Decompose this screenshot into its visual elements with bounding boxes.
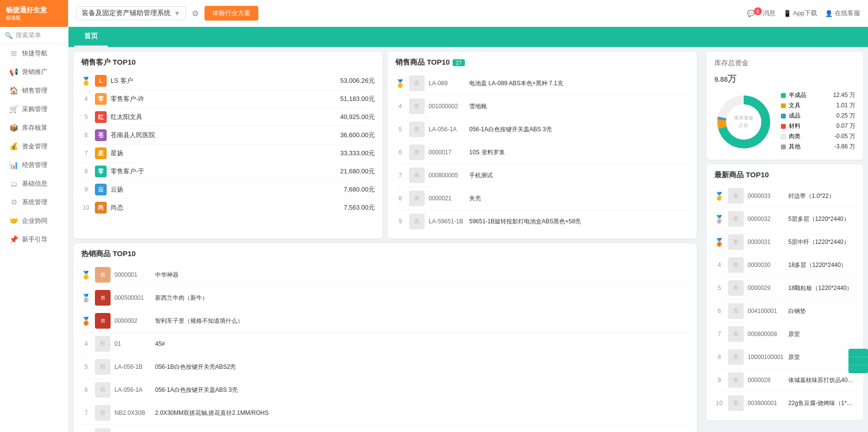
hot-img-1: 图 bbox=[95, 267, 111, 283]
finance-icon: 💰 bbox=[9, 142, 18, 151]
search-menu-label: 搜索菜单 bbox=[16, 31, 41, 40]
inventory-icon: 📦 bbox=[9, 123, 18, 132]
trial-button[interactable]: 体验行业方案 bbox=[205, 6, 258, 21]
new-img-5: 图 bbox=[728, 280, 744, 296]
float-btn-live[interactable]: 直播 bbox=[848, 365, 868, 373]
new-medal-2: 🥈 bbox=[714, 215, 724, 224]
customer-badge-10: 尚 bbox=[95, 202, 107, 214]
hot-img-8: 图 bbox=[95, 428, 111, 432]
enterprise-icon: 🤝 bbox=[9, 216, 18, 225]
new-img-6: 图 bbox=[728, 303, 744, 319]
scroll-product-row-6: 6 图 0000017 10S 变料罗浆 bbox=[395, 141, 689, 164]
new-img-9: 图 bbox=[728, 372, 744, 388]
sidebar-label-zijin: 资金管理 bbox=[22, 142, 47, 151]
hot-code-4: 01 bbox=[114, 340, 151, 347]
float-btn-service[interactable]: 客服热线 bbox=[848, 349, 868, 357]
legend-item-chengp: 成品 0.25 万 bbox=[781, 112, 855, 120]
sidebar-item-kuaijie[interactable]: ⊞ 快捷导航 bbox=[0, 44, 68, 63]
marketing-icon: 📢 bbox=[9, 68, 18, 76]
sidebar-label-qiye: 企业协同 bbox=[22, 216, 47, 225]
customer-row-1: 🥇 L LS 客户 53,006.26元 bbox=[81, 72, 375, 90]
scroll-rank-6: 6 bbox=[395, 149, 405, 156]
sidebar-label-jingying: 经营管理 bbox=[22, 161, 47, 169]
sidebar-item-yingxiao[interactable]: 📢 营销推广 bbox=[0, 63, 68, 81]
scroll-product-img-1: 图 bbox=[409, 75, 425, 91]
float-btn-community[interactable]: 服务社区 bbox=[848, 357, 868, 365]
hot-img-4: 图 bbox=[95, 336, 111, 352]
scroll-product-name-7: 手机测试 bbox=[469, 171, 689, 180]
online-service-label: 在线客服 bbox=[835, 9, 860, 18]
hot-code-2: 000500001 bbox=[114, 294, 151, 301]
sidebar-item-xitong[interactable]: ⚙ 系统管理 bbox=[0, 193, 68, 212]
legend-item-cailiao: 材料 0.07 万 bbox=[781, 122, 855, 130]
legend-dot-chengp bbox=[781, 114, 786, 119]
new-img-8: 图 bbox=[728, 349, 744, 365]
customer-amount-9: 7,680.00元 bbox=[343, 185, 375, 194]
sidebar-item-zijin[interactable]: 💰 资金管理 bbox=[0, 137, 68, 156]
sidebar-item-jingying[interactable]: 📊 经营管理 bbox=[0, 156, 68, 174]
logo-sub-text: 标准版 bbox=[6, 15, 21, 22]
hot-code-3: 0000002 bbox=[114, 317, 151, 324]
inventory-legend: 半成品 12.45 万 文具 1.01 万 成品 0.25 万 bbox=[781, 91, 855, 153]
top-sales-panel-title: 销售商品 TOP10 bbox=[395, 58, 450, 67]
legend-value-wenju: 1.01 万 bbox=[828, 101, 855, 110]
customer-badge-7: 星 bbox=[95, 147, 107, 159]
scroll-product-code-5: LA-056-1A bbox=[429, 126, 465, 133]
legend-dot-roulei bbox=[781, 134, 786, 139]
hot-code-5: LA-056-1B bbox=[114, 363, 151, 370]
new-row-2: 🥈 图 0000032 5层多层（1220*2440） bbox=[714, 208, 855, 231]
sidebar-item-qiye[interactable]: 🤝 企业协同 bbox=[0, 212, 68, 230]
topbar: 装备及固定资产辅助管理系统 ▼ ⚙ 体验行业方案 💬 6 消息 📱 App下载 … bbox=[69, 0, 868, 27]
online-service[interactable]: 👤 在线客服 bbox=[825, 9, 860, 18]
new-img-1: 图 bbox=[728, 188, 744, 204]
top-sales-product-panel: 销售商品 TOP10 27 🥇 图 LA-089 电池盖 LA-089 ABS本… bbox=[388, 52, 697, 239]
new-rank-8: 8 bbox=[714, 354, 724, 360]
donut-container: 库存资金 占比 半成品 12.45 万 文具 1.01 万 bbox=[714, 91, 855, 153]
app-download[interactable]: 📱 App下载 bbox=[783, 9, 817, 18]
hot-code-1: 0000001 bbox=[114, 271, 151, 278]
sidebar-item-caigou[interactable]: 🛒 采购管理 bbox=[0, 100, 68, 119]
customer-name-7: 星扬 bbox=[111, 149, 336, 158]
top-badge: 27 bbox=[453, 59, 464, 66]
operations-icon: 📊 bbox=[9, 161, 18, 169]
tab-home[interactable]: 首页 bbox=[74, 27, 108, 47]
hot-row-6: 6 图 LA-056-1A 056-1A白色按键开关盖ABS 3壳 bbox=[81, 379, 689, 402]
scroll-product-row-8: 8 图 0000021 夹壳 bbox=[395, 187, 689, 210]
customer-name-1: LS 客户 bbox=[111, 76, 336, 85]
rank-10: 10 bbox=[81, 204, 91, 211]
sidebar-item-kucun[interactable]: 📦 库存核算 bbox=[0, 119, 68, 137]
new-medal-3: 🥉 bbox=[714, 238, 724, 247]
sidebar-item-xinshou[interactable]: 📌 新手引导 bbox=[0, 230, 68, 249]
new-name-3: 5层中纤（1220*2440） bbox=[788, 238, 855, 246]
scroll-product-code-9: LA-59651-1B bbox=[429, 218, 465, 225]
hot-rank-7: 7 bbox=[81, 409, 91, 416]
customer-row-4: 4 零 零售客户-许 51,183.00元 bbox=[81, 90, 375, 108]
scroll-product-name-9: 59651-1B旋转投影灯电池盒ABS黑色+58壳 bbox=[469, 217, 689, 226]
customer-row-10: 10 尚 尚态 7,563.00元 bbox=[81, 199, 375, 216]
gear-icon[interactable]: ⚙ bbox=[192, 9, 199, 18]
scroll-rank-4: 4 bbox=[395, 103, 405, 110]
customer-row-6: 6 苍 苍南县人民医院 36,600.00元 bbox=[81, 126, 375, 144]
scroll-product-name-4: 雪地靴 bbox=[469, 102, 689, 111]
new-row-6: 6 图 004100001 白钢垫 bbox=[714, 300, 855, 323]
new-medal-1: 🥇 bbox=[714, 192, 724, 201]
hot-rank-4: 4 bbox=[81, 340, 91, 347]
search-menu[interactable]: 🔍 搜索菜单 bbox=[0, 27, 68, 44]
messages-section[interactable]: 💬 6 消息 bbox=[747, 9, 776, 18]
sidebar-label-kucun: 库存核算 bbox=[22, 123, 47, 132]
customer-row-7: 7 星 星扬 33,333.00元 bbox=[81, 144, 375, 163]
customer-amount-8: 21,680.00元 bbox=[340, 167, 375, 176]
new-row-4: 4 图 0000030 18多层（1220*2440） bbox=[714, 254, 855, 277]
sidebar-label-kuaijie: 快捷导航 bbox=[22, 49, 47, 58]
medal-scroll-1: 🥇 bbox=[395, 79, 405, 88]
legend-item-other: 其他 -3.86 万 bbox=[781, 143, 855, 151]
sidebar-item-xiaoshou[interactable]: 🏠 销售管理 bbox=[0, 81, 68, 100]
legend-label-other: 其他 bbox=[789, 143, 825, 151]
new-row-7: 7 图 000800008 原堂 bbox=[714, 323, 855, 346]
new-row-1: 🥇 图 0000033 封边带（1.0*22） bbox=[714, 185, 855, 208]
hot-products-panel: 热销商品 TOP10 🥇 图 0000001 中华神器 🥈 图 00050000… bbox=[73, 243, 697, 432]
system-name-selector[interactable]: 装备及固定资产辅助管理系统 ▼ bbox=[76, 6, 186, 20]
hot-name-1: 中华神器 bbox=[155, 271, 689, 279]
new-row-9: 9 图 0000028 体城嘉枝味苏打饮品400毫升（1*15） bbox=[714, 369, 855, 392]
sidebar-item-jichu[interactable]: 🗂 基础信息 bbox=[0, 174, 68, 193]
